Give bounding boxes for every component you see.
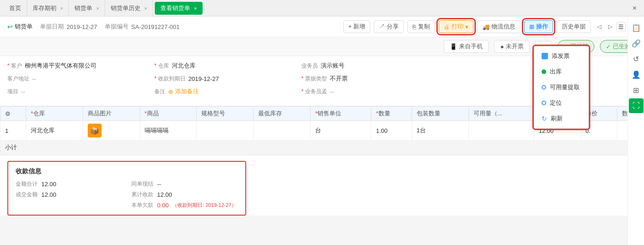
history-button[interactable]: 历史单据 [557,20,591,33]
logistics-button[interactable]: 🚚 物流信息 [477,20,520,33]
employee-label: 业务员 [301,62,318,70]
sales-order-icon: ↩ [7,23,13,30]
row-qty: 1.00 [371,121,412,141]
invoice-icon: ● [500,43,504,50]
prev-nav[interactable]: ◁ [594,22,604,31]
copy-label: 复制 [418,23,430,31]
refresh-item[interactable]: ↻ 刷新 [534,111,588,126]
tab-home[interactable]: 首页 [4,0,27,17]
product-column-header: *商品 [140,107,197,121]
locate-item[interactable]: 定位 [534,95,588,111]
list-layout-icon[interactable]: ☰ [616,22,626,31]
due-date-label: 收款到期日 [154,75,186,83]
address-field: 客户地址 -- [7,75,136,83]
customer-label: 客户 [7,62,22,70]
project-field: 项目 -- [7,88,136,96]
due-date-field: 收款到期日 2019-12-27 [154,75,283,83]
business-staff-value: -- [330,88,334,95]
row-unit: 台 [311,121,371,141]
effect-icon: ✓ [606,43,611,50]
cumulative-value: 12.00 [157,191,172,198]
logistics-label: 物流信息 [491,23,515,31]
from-mobile-label: 来自手机 [459,42,483,51]
sidebar-rotate-icon[interactable]: ↺ [629,51,644,66]
tab-view-sales[interactable]: 查看销货单 × [155,2,202,15]
payment-title: 收款信息 [16,167,238,176]
project-label: 项目 [7,88,18,96]
print-button[interactable]: 🖨 打印 ▾ [439,20,474,33]
window-close-button[interactable]: × [629,4,640,12]
toolbar: + 新增 ↗ 分享 ⎘ 复制 🖨 打印 ▾ 🚚 物流信息 ⊞ 操作 [343,20,637,33]
quantity-fetch-item[interactable]: 可用量提取 [534,80,588,95]
sidebar-grid-icon[interactable]: ⊞ [629,83,644,97]
not-open-button[interactable]: ● 未开票 [494,40,530,53]
tab-inventory-init-label: 库存期初 [33,4,56,12]
employee-value: 演示账号 [321,62,345,70]
available-column-header: 可用量（... [469,107,534,121]
product-img-column-header: 商品图片 [83,107,140,121]
doc-meta-number: 单据编号 SA-20191227-001 [105,23,180,31]
share-button[interactable]: ↗ 分享 [374,20,404,33]
quantity-fetch-label: 可用量提取 [550,83,580,91]
overdue-note: （收款到期日: 2019-12-27） [172,202,236,209]
outbound-item[interactable]: 出库 [534,64,588,80]
number-value: SA-20191227-001 [131,23,180,30]
row-product: 嗝嗝嗝嗝 [140,121,197,141]
subtotal-row: 小计 [0,141,644,155]
tab-view-sales-label: 查看销货单 [160,4,190,12]
from-mobile-button[interactable]: 📱 来自手机 [444,40,489,53]
address-label: 客户地址 [7,75,29,83]
sidebar-person-icon[interactable]: 👤 [629,67,644,82]
warehouse-field: 仓库 河北仓库 [154,62,283,70]
sidebar-link-icon[interactable]: 🔗 [629,36,644,51]
tab-view-sales-close[interactable]: × [194,6,197,11]
tab-sales-history-close[interactable]: × [144,6,147,11]
tab-sales-order-label: 销货单 [74,4,92,12]
tab-sales-history[interactable]: 销货单历史 × [105,0,153,17]
right-sidebar: 📋 🔗 ↺ 👤 ⊞ ⛶ [627,17,644,221]
cumulative-row: 累计收款 12.00 [131,191,238,199]
tab-inventory-init[interactable]: 库存期初 × [27,0,69,17]
locate-label: 定位 [550,99,562,107]
min-stock-column-header: 最低库存 [254,107,311,121]
print-icon: 🖨 [444,23,450,30]
add-invoice-item[interactable]: 添发票 [534,48,588,64]
cumulative-label: 累计收款 [131,191,153,199]
spec-column-header: 规格型号 [197,107,254,121]
outbound-icon [542,69,546,74]
payment-box: 收款信息 金额合计 12.00 同单现结 -- 成交金额 12.00 累计收款 … [7,161,246,216]
customer-value: 柳州粤港平安气体有限公司 [25,62,96,70]
sidebar-expand-icon[interactable]: ⛶ [629,98,644,113]
transaction-row: 成交金额 12.00 [16,191,122,199]
tab-inventory-init-close[interactable]: × [60,6,63,11]
mobile-icon: 📱 [450,43,457,50]
print-label: 打印 [452,23,463,31]
add-invoice-label: 添发票 [552,52,570,60]
doc-meta-date: 单据日期 2019-12-27 [40,23,97,31]
add-note-button[interactable]: ⊕ 添加备注 [168,87,199,96]
sidebar-doc-icon[interactable]: 📋 [629,20,644,35]
date-value: 2019-12-27 [67,23,97,30]
copy-button[interactable]: ⎘ 复制 [407,20,435,33]
print-dropdown-icon: ▾ [465,23,469,30]
doc-title-text: 销货单 [15,23,33,31]
note-label: 备注 [154,88,165,96]
payment-grid: 金额合计 12.00 同单现结 -- 成交金额 12.00 累计收款 12.00… [16,180,238,209]
warehouse-column-header: *仓库 [26,107,83,121]
add-note-label: 添加备注 [175,87,199,96]
operations-grid-icon: ⊞ [529,23,534,30]
row-available [469,121,534,141]
add-button[interactable]: + 新增 [343,20,370,33]
operations-button[interactable]: ⊞ 操作 [524,20,553,33]
tab-sales-order-close[interactable]: × [96,6,99,11]
due-date-value: 2019-12-27 [188,75,219,82]
next-nav[interactable]: ▷ [605,22,615,31]
row-product-img: 📦 [83,121,140,141]
tab-sales-order[interactable]: 销货单 × [69,0,105,17]
gear-column-header[interactable]: ⚙ [0,107,26,121]
tab-home-label: 首页 [9,4,21,12]
tab-sales-history-label: 销货单历史 [111,4,141,12]
row-min-stock [254,121,311,141]
same-order-row: 同单现结 -- [131,180,238,188]
address-value: -- [32,75,36,82]
